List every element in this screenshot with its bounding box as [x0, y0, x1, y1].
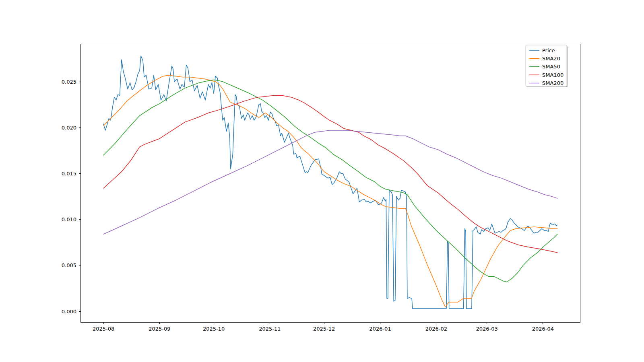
x-tick-label: 2026-02 [425, 326, 447, 332]
x-tick-label: 2025-10 [203, 326, 225, 332]
y-tick-label: 0.000 [62, 309, 76, 315]
x-tick-label: 2026-04 [532, 326, 554, 332]
x-tick-label: 2025-11 [259, 326, 281, 332]
price-sma-line-chart: 0.0000.0050.0100.0150.0200.0252025-08202… [0, 0, 644, 362]
y-tick-label: 0.010 [62, 216, 76, 222]
legend: PriceSMA20SMA50SMA100SMA200 [526, 45, 568, 87]
x-tick-label: 2025-09 [149, 326, 170, 332]
legend-label-sma100: SMA100 [542, 72, 564, 78]
x-tick-label: 2025-08 [93, 326, 114, 332]
y-tick-label: 0.020 [62, 125, 76, 131]
x-tick-label: 2025-12 [313, 326, 335, 332]
legend-label-sma50: SMA50 [542, 64, 560, 70]
figure-canvas: 0.0000.0050.0100.0150.0200.0252025-08202… [0, 0, 644, 362]
legend-label-sma20: SMA20 [542, 56, 560, 62]
y-tick-label: 0.005 [62, 262, 76, 268]
x-tick-label: 2026-03 [476, 326, 497, 332]
x-tick-label: 2026-01 [369, 326, 391, 332]
y-tick-label: 0.015 [62, 171, 76, 177]
legend-label-sma200: SMA200 [542, 80, 564, 86]
legend-label-price: Price [542, 47, 555, 53]
y-tick-label: 0.025 [62, 79, 76, 85]
